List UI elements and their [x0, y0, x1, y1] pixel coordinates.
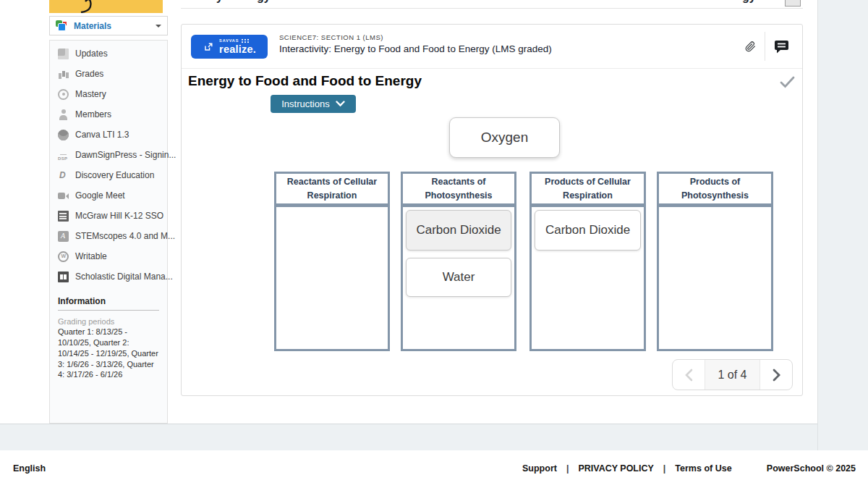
realize-dots-pattern — [241, 38, 250, 43]
draggable-card-carbon-dioxide[interactable]: Carbon Dioxide — [406, 210, 511, 251]
footer: English Support | PRIVACY POLICY | Terms… — [0, 450, 868, 488]
column-body[interactable]: Carbon Dioxide — [532, 207, 644, 348]
chevron-down-icon[interactable] — [156, 25, 161, 30]
clipped-text-fragment: y — [216, 0, 223, 4]
column-header: Reactants of Cellular Respiration — [276, 174, 388, 207]
footer-separator: | — [663, 463, 666, 474]
assignment-title: Interactivity: Energy to Food and Food t… — [279, 43, 552, 54]
column-header: Products of Photosynthesis — [659, 174, 771, 207]
sidebar-item-mastery[interactable]: Mastery — [50, 84, 167, 104]
draggable-card-water[interactable]: Water — [406, 258, 511, 297]
footer-link-terms-of-use[interactable]: Terms of Use — [675, 463, 731, 474]
grades-icon — [58, 69, 69, 80]
scholastic-icon — [58, 272, 69, 282]
sidebar-item-members[interactable]: Members — [50, 104, 167, 125]
page-indicator: 1 of 4 — [705, 360, 760, 390]
members-icon — [58, 109, 69, 120]
clipped-text-fragment: gy — [257, 0, 271, 4]
clipped-text-fragment: gy — [742, 0, 756, 4]
sidebar-item-scholastic[interactable]: Scholastic Digital Mana... — [50, 266, 167, 287]
header-divider — [765, 32, 765, 61]
external-link-icon — [203, 41, 214, 53]
column-header: Products of Cellular Respiration — [532, 174, 644, 207]
writable-icon — [58, 251, 69, 262]
column-body[interactable] — [659, 207, 771, 348]
assignment-header: SAVVAS realize. SCIENCE7: SECTION 1 (LMS… — [182, 25, 802, 69]
footer-link-support[interactable]: Support — [522, 463, 557, 474]
sidebar-item-label: Materials — [74, 21, 149, 31]
footer-link-privacy-policy[interactable]: PRIVACY POLICY — [578, 463, 653, 474]
dawnsignpress-icon — [58, 150, 69, 161]
clipped-options-button[interactable] — [785, 0, 801, 7]
footer-separator: | — [566, 463, 569, 474]
draggable-card-carbon-dioxide[interactable]: Carbon Dioxide — [535, 210, 641, 251]
pagination: 1 of 4 — [672, 359, 793, 390]
updates-icon — [58, 49, 69, 59]
sidebar-item-grades[interactable]: Grades — [50, 64, 167, 84]
course-label: SCIENCE7: SECTION 1 (LMS) — [279, 33, 383, 41]
draggable-card-oxygen[interactable]: Oxygen — [449, 117, 560, 158]
grading-periods-text: Quarter 1: 8/13/25 - 10/10/25, Quarter 2… — [58, 327, 159, 380]
page: Materials Updates Grades Mastery Members… — [0, 0, 868, 488]
grading-periods-label: Grading periods — [58, 317, 159, 326]
language-selector[interactable]: English — [13, 463, 46, 474]
column-header: Reactants of Photosynthesis — [403, 174, 514, 207]
drop-column-products-cellular-respiration[interactable]: Products of Cellular Respiration Carbon … — [529, 172, 646, 351]
discovery-education-icon — [58, 170, 69, 181]
video-camera-icon — [58, 190, 69, 201]
information-section: Information Grading periods Quarter 1: 8… — [58, 296, 159, 380]
copyright: PowerSchool © 2025 — [767, 463, 856, 474]
sidebar-item-discovery-education[interactable]: Discovery Education — [50, 165, 167, 185]
activity-title: Energy to Food and Food to Energy — [188, 73, 422, 89]
chevron-right-icon[interactable] — [760, 360, 792, 390]
drop-column-reactants-photosynthesis[interactable]: Reactants of Photosynthesis Carbon Dioxi… — [401, 172, 516, 351]
course-sidebar: Materials Updates Grades Mastery Members… — [49, 0, 169, 424]
materials-icon — [56, 20, 67, 32]
sidebar-list: Updates Grades Mastery Members Canva LTI… — [49, 40, 168, 424]
comment-icon[interactable] — [774, 40, 789, 54]
completed-checkmark-icon — [780, 75, 795, 91]
mastery-icon — [58, 89, 69, 100]
information-heading: Information — [58, 296, 159, 311]
chevron-down-icon — [336, 101, 345, 107]
course-banner-image — [49, 0, 163, 13]
instructions-button[interactable]: Instructions — [271, 95, 356, 113]
bottom-gray-band — [0, 424, 817, 451]
sidebar-item-canva[interactable]: Canva LTI 1.3 — [50, 125, 167, 145]
realize-logo: SAVVAS realize. — [219, 38, 256, 55]
sidebar-item-google-meet[interactable]: Google Meet — [50, 185, 167, 206]
stemscopes-icon — [58, 231, 69, 242]
column-body[interactable]: Carbon Dioxide Water — [403, 207, 514, 348]
sidebar-item-dawnsignpress[interactable]: DawnSignPress - Signin... — [50, 145, 167, 165]
assignment-card: SAVVAS realize. SCIENCE7: SECTION 1 (LMS… — [181, 24, 803, 396]
sidebar-item-materials[interactable]: Materials — [49, 16, 168, 35]
banner-doodle — [49, 0, 163, 13]
sidebar-item-stemscopes[interactable]: STEMscopes 4.0 and M... — [50, 226, 167, 246]
sidebar-item-writable[interactable]: Writable — [50, 246, 167, 266]
clipped-material-row: y gy gy — [181, 0, 803, 9]
column-body[interactable] — [276, 207, 388, 348]
drop-column-products-photosynthesis[interactable]: Products of Photosynthesis — [657, 172, 773, 351]
canva-icon — [58, 130, 69, 140]
sidebar-item-mcgraw-hill[interactable]: McGraw Hill K-12 SSO — [50, 206, 167, 226]
drop-column-reactants-cellular-respiration[interactable]: Reactants of Cellular Respiration — [274, 172, 390, 351]
chevron-left-icon[interactable] — [673, 360, 705, 390]
savvas-realize-link[interactable]: SAVVAS realize. — [191, 35, 268, 59]
sidebar-item-updates[interactable]: Updates — [50, 43, 167, 64]
mcgraw-hill-icon — [58, 211, 69, 222]
right-margin — [817, 0, 868, 450]
paperclip-icon[interactable] — [745, 41, 756, 53]
